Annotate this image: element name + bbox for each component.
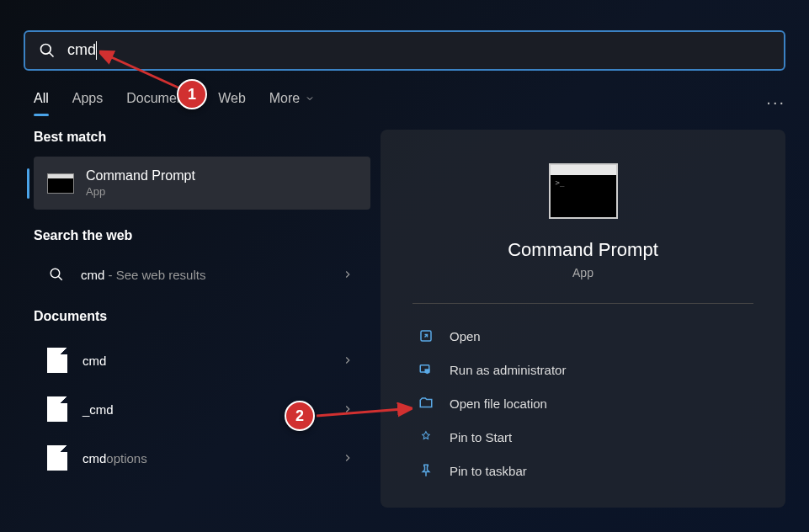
annotation-badge-1: 1 <box>177 79 207 109</box>
section-search-web: Search the web <box>34 228 370 243</box>
shield-icon <box>418 361 434 378</box>
document-icon <box>47 348 67 373</box>
search-box[interactable]: cmd <box>24 30 785 71</box>
chevron-right-icon <box>342 354 354 366</box>
document-result[interactable]: _cmd <box>34 385 370 434</box>
open-icon <box>418 327 434 344</box>
preview-app-icon <box>549 163 618 219</box>
folder-icon <box>418 395 434 412</box>
action-open[interactable]: Open <box>412 319 753 353</box>
chevron-right-icon <box>342 452 354 464</box>
result-title: Command Prompt <box>86 168 195 184</box>
section-best-match: Best match <box>34 130 370 145</box>
svg-line-3 <box>58 276 62 280</box>
preview-title: Command Prompt <box>401 239 765 261</box>
svg-point-0 <box>41 45 51 55</box>
svg-line-1 <box>50 53 54 57</box>
document-result[interactable]: cmd <box>34 336 370 385</box>
document-icon <box>47 445 67 471</box>
cmd-app-icon <box>47 170 74 197</box>
chevron-right-icon <box>342 403 354 415</box>
document-result[interactable]: cmdoptions <box>34 434 370 482</box>
pin-icon <box>418 462 434 479</box>
tab-apps[interactable]: Apps <box>72 91 103 113</box>
result-subtitle: App <box>86 185 195 198</box>
preview-subtitle: App <box>401 266 765 279</box>
document-icon <box>47 396 67 422</box>
tab-web[interactable]: Web <box>218 91 246 113</box>
search-container: cmd <box>24 30 785 71</box>
best-match-result[interactable]: Command Prompt App <box>34 157 370 210</box>
action-run-admin[interactable]: Run as administrator <box>412 353 753 386</box>
action-open-location[interactable]: Open file location <box>412 386 753 420</box>
chevron-right-icon <box>342 269 354 280</box>
action-pin-taskbar[interactable]: Pin to taskbar <box>412 454 753 487</box>
action-pin-start[interactable]: Pin to Start <box>412 420 753 454</box>
search-input[interactable]: cmd <box>67 41 770 60</box>
svg-point-2 <box>51 269 60 278</box>
preview-panel: Command Prompt App Open Run as administr… <box>381 130 785 508</box>
section-documents: Documents <box>34 309 370 324</box>
more-menu-icon[interactable]: ··· <box>766 93 785 112</box>
search-icon <box>49 267 64 282</box>
divider <box>412 303 753 304</box>
pin-icon <box>418 428 434 445</box>
chevron-down-icon <box>305 93 315 104</box>
web-search-result[interactable]: cmd - See web results <box>34 255 370 294</box>
search-icon <box>39 42 56 59</box>
tab-more[interactable]: More <box>269 91 315 113</box>
annotation-badge-2: 2 <box>285 401 315 431</box>
tabs-row: All Apps Documents Web More ··· <box>34 91 785 113</box>
tab-all[interactable]: All <box>34 91 49 113</box>
